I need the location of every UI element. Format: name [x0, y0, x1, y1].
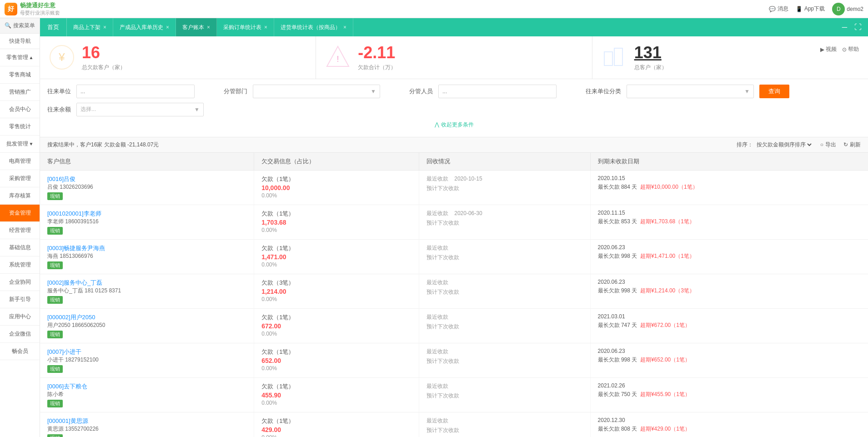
- customer-name[interactable]: [0001020001]李老师: [47, 210, 246, 218]
- customer-tag: 现销: [47, 296, 63, 304]
- refresh-icon: ↻: [843, 141, 848, 148]
- collapse-btn[interactable]: ⋀ 收起更多条件: [47, 118, 861, 131]
- customer-name[interactable]: [0006]去下粮仓: [47, 382, 246, 391]
- overdue-amount[interactable]: 超期¥455.90（1笔）: [640, 391, 690, 397]
- customer-tag: 现销: [47, 365, 63, 373]
- logo-area: 好 畅捷通好生意 母婴行业演示账套: [5, 1, 60, 16]
- tab-purchase-stats[interactable]: 采购订单统计表 ×: [217, 18, 274, 36]
- customer-name[interactable]: [0007]小进干: [47, 348, 246, 356]
- debt-amount-value: -2.11: [358, 44, 582, 62]
- app-download-btn[interactable]: 📱 App下载: [796, 5, 825, 13]
- sort-select[interactable]: 按欠款金额倒序排序: [755, 141, 813, 148]
- user-menu[interactable]: D demo2: [832, 3, 863, 15]
- maximize-btn[interactable]: ⛶: [853, 21, 863, 33]
- tab-product-history[interactable]: 产成品入库单历史 ×: [113, 18, 176, 36]
- tab-home[interactable]: 首页: [40, 18, 67, 36]
- debt-info-cell: 欠款（1笔） 652.00 0.00%: [254, 343, 419, 377]
- unit-category-select[interactable]: ▼: [627, 85, 754, 98]
- balance-label: 往来余额: [47, 105, 71, 114]
- sidebar-item-basic-info[interactable]: 基础信息: [0, 239, 40, 256]
- collection-label: 最近收款: [426, 313, 583, 321]
- debt-amount-icon: !: [325, 45, 351, 70]
- sidebar-quick-nav[interactable]: 快捷导航: [0, 34, 40, 49]
- tab-product-shelf[interactable]: 商品上下架 ×: [67, 18, 113, 36]
- sidebar-item-wechat[interactable]: 企业微信: [0, 326, 40, 343]
- sidebar-item-enterprise[interactable]: 企业协同: [0, 274, 40, 291]
- customer-name[interactable]: [000002]用户2050: [47, 313, 246, 321]
- overdue-amount[interactable]: 超期¥652.00（1笔）: [640, 357, 690, 363]
- close-icon[interactable]: ×: [264, 24, 267, 30]
- debt-count: 欠款（1笔）: [261, 348, 411, 356]
- sidebar-item-member-center[interactable]: 会员中心: [0, 101, 40, 118]
- debt-ratio: 0.00%: [261, 296, 411, 302]
- export-btn[interactable]: ○ 导出: [820, 141, 836, 149]
- sort-control[interactable]: 排序： 按欠款金额倒序排序: [737, 141, 813, 149]
- sidebar-item-guide[interactable]: 新手引导: [0, 291, 40, 308]
- close-icon[interactable]: ×: [103, 24, 106, 30]
- debt-count: 欠款（1笔）: [261, 417, 411, 425]
- minimize-btn[interactable]: ─: [840, 21, 849, 33]
- sidebar-item-system[interactable]: 系统管理: [0, 256, 40, 274]
- sidebar-item-ecommerce[interactable]: 电商管理: [0, 153, 40, 170]
- search-icon: 🔍: [5, 22, 11, 29]
- close-icon[interactable]: ×: [207, 24, 210, 30]
- customer-name[interactable]: [0003]畅捷服务尹海燕: [47, 244, 246, 252]
- due-date-cell: 2020.06.23 最长欠款 998 天 超期¥1,471.00（1笔）: [590, 239, 868, 274]
- logo-text: 畅捷通好生意 母婴行业演示账套: [20, 1, 60, 16]
- sidebar-item-operations[interactable]: 经营管理: [0, 222, 40, 239]
- sidebar-search[interactable]: 🔍 搜索菜单: [0, 18, 40, 34]
- sidebar-item-wholesale[interactable]: 批发管理 ▼: [0, 136, 40, 153]
- sidebar: 🔍 搜索菜单 快捷导航 零售管理 ▲ 零售商城 营销推广 会员中心 零售统计 批…: [0, 18, 40, 437]
- video-btn[interactable]: ▶ 视频: [820, 45, 837, 53]
- debt-amount: 429.00: [261, 426, 411, 433]
- balance-select[interactable]: 选择... ▼: [76, 103, 204, 116]
- dept-select[interactable]: ▼: [253, 85, 380, 98]
- overdue-amount[interactable]: 超期¥10,000.00（1笔）: [640, 184, 698, 190]
- table-body: [0016]吕俊 吕俊 13026203696 现销 欠款（1笔） 10,000…: [40, 170, 868, 437]
- stat-card-debt-amount: ! -2.11 欠款合计（万）: [316, 36, 592, 79]
- next-collection: 预计下次收款: [426, 323, 583, 331]
- from-unit-input[interactable]: [76, 85, 195, 98]
- tab-customer-account[interactable]: 客户账本 ×: [176, 18, 217, 36]
- customer-info-cell: [0006]去下粮仓 陈小希 现销: [40, 377, 254, 412]
- customer-name[interactable]: [0016]吕俊: [47, 175, 246, 183]
- sidebar-item-marketing[interactable]: 营销推广: [0, 84, 40, 101]
- sidebar-item-retail-management[interactable]: 零售管理 ▲: [0, 49, 40, 66]
- overdue-amount[interactable]: 超期¥672.00（1笔）: [640, 322, 690, 328]
- customer-name[interactable]: [0002]服务中心_丁磊: [47, 279, 246, 287]
- sidebar-item-retail-stats[interactable]: 零售统计: [0, 118, 40, 136]
- debt-info-cell: 欠款（1笔） 455.90 0.00%: [254, 377, 419, 412]
- table-row: [0002]服务中心_丁磊 服务中心_丁磊 181 0125 8371 现销 欠…: [40, 274, 868, 308]
- sidebar-item-finance[interactable]: 资金管理: [0, 205, 40, 222]
- overdue-amount[interactable]: 超期¥1,214.00（3笔）: [640, 287, 695, 294]
- debt-ratio: 0.00%: [261, 227, 411, 233]
- refresh-btn[interactable]: ↻ 刷新: [843, 141, 861, 149]
- close-icon[interactable]: ×: [343, 24, 346, 30]
- debt-amount: 1,214.00: [261, 288, 411, 295]
- user-name: demo2: [847, 6, 863, 12]
- stat-card-total-customers: 131 总客户（家） ▶ 视频 ⊙ 帮助: [592, 36, 868, 79]
- overdue-amount[interactable]: 超期¥429.00（1笔）: [640, 426, 690, 432]
- page-content: ¥ 16 总欠款客户（家） !: [40, 36, 868, 437]
- sidebar-item-member[interactable]: 畅会员: [0, 343, 40, 360]
- message-btn[interactable]: 💬 消息: [769, 5, 788, 13]
- next-collection: 预计下次收款: [426, 185, 583, 192]
- sidebar-item-purchase[interactable]: 采购管理: [0, 170, 40, 187]
- overdue-date: 2020.06.23: [598, 348, 861, 354]
- help-btn[interactable]: ⊙ 帮助: [842, 45, 859, 53]
- person-input[interactable]: [438, 85, 557, 98]
- overdue-amount[interactable]: 超期¥1,471.00（1笔）: [640, 253, 695, 259]
- customer-phone: 海燕 18513066976: [47, 252, 246, 260]
- overdue-amount[interactable]: 超期¥1,703.68（1笔）: [640, 218, 695, 225]
- search-button[interactable]: 查询: [759, 85, 789, 98]
- sidebar-item-inventory[interactable]: 库存核算: [0, 187, 40, 205]
- close-icon[interactable]: ×: [166, 24, 169, 30]
- customer-name[interactable]: [000001]黄思源: [47, 417, 246, 425]
- sidebar-item-retail-mall[interactable]: 零售商城: [0, 66, 40, 84]
- results-bar: 搜索结果中，客户16家 欠款金额 -21,148.07元 排序： 按欠款金额倒序…: [40, 137, 868, 153]
- sort-label: 排序：: [737, 141, 753, 149]
- sidebar-item-app-center[interactable]: 应用中心: [0, 308, 40, 326]
- tab-label: 商品上下架: [73, 24, 100, 31]
- person-label: 分管人员: [409, 87, 433, 95]
- tab-purchase-product-stats[interactable]: 进货单统计表（按商品） ×: [274, 18, 353, 36]
